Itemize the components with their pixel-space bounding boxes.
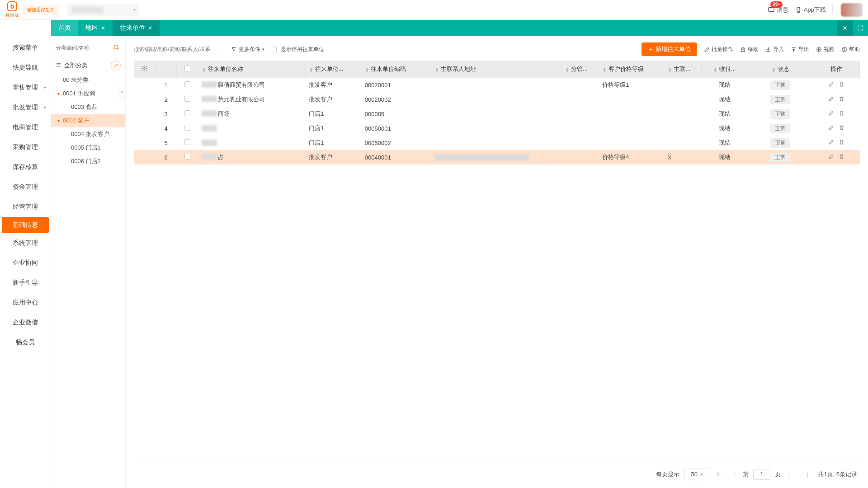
row-checkbox[interactable] (177, 136, 198, 150)
move-button[interactable]: 移动 (740, 46, 759, 53)
app-download-label: App下载 (804, 6, 826, 14)
cell-price: 价格等级1 (599, 78, 664, 92)
page-input[interactable] (753, 469, 770, 480)
search-input[interactable] (134, 43, 224, 55)
tree-search-input[interactable] (56, 42, 121, 54)
edit-tree-button[interactable] (111, 61, 121, 70)
edit-row-button[interactable] (828, 154, 834, 161)
delete-row-button[interactable] (839, 139, 844, 146)
sidebar-item-vip[interactable]: 畅会员 (0, 333, 51, 352)
col-contact[interactable]: ▲▼主联... (664, 61, 701, 78)
delete-row-button[interactable] (839, 125, 844, 132)
tab-region[interactable]: 地区✕ (78, 20, 113, 36)
search-icon[interactable] (113, 44, 120, 52)
col-code[interactable]: ▲▼往来单位编码 (361, 61, 431, 78)
tree-node-label: 0003 食品 (71, 103, 98, 111)
table-row[interactable]: 6占批发客户00040001价格等级4X现结正常 (134, 150, 860, 164)
col-payment[interactable]: ▲▼收付... (701, 61, 748, 78)
show-disabled-toggle[interactable]: 显示停用往来单位 (271, 46, 324, 53)
help-button[interactable]: 帮助 (841, 46, 860, 53)
tab-partner[interactable]: 往来单位✕ (113, 20, 160, 36)
sidebar-item-stock[interactable]: 库存核算 (0, 157, 51, 177)
app-download-button[interactable]: App下载 (795, 6, 826, 14)
sidebar-item-search[interactable]: 搜索菜单 (0, 38, 51, 58)
sidebar-item-label: 资金管理 (13, 183, 38, 191)
sidebar-item-finance[interactable]: 资金管理 (0, 177, 51, 197)
per-page-value: 50 (691, 471, 698, 478)
col-category[interactable]: ▲▼往来单位... (305, 61, 361, 78)
more-filters-button[interactable]: 更多条件 ▾ (231, 46, 264, 53)
edit-row-button[interactable] (828, 125, 834, 132)
avatar[interactable] (841, 3, 863, 17)
pagination-bar: 每页显示 50 ▾ K 〈 第 页 〉 〉| 共1页, 6条记录 (134, 464, 860, 484)
col-status[interactable]: ▲▼状态 (748, 61, 813, 78)
fullscreen-button[interactable] (853, 20, 868, 36)
col-manager[interactable]: ▲▼分管... (561, 61, 599, 78)
column-settings-button[interactable] (134, 61, 155, 78)
messages-button[interactable]: 99+ 消息 (768, 6, 788, 14)
tree-node[interactable]: 0006 门店2 (51, 155, 125, 168)
phone-icon (795, 6, 802, 14)
batch-button[interactable]: 批量操作 (703, 46, 733, 53)
tree-node[interactable]: ▾0002 客户 (51, 114, 125, 127)
tree-node[interactable]: 00 未分类 (51, 73, 125, 87)
org-switcher[interactable]: ▾ (67, 4, 139, 16)
col-address[interactable]: ▲▼主联系人地址 (431, 61, 561, 78)
edit-row-button[interactable] (828, 110, 834, 117)
delete-row-button[interactable] (839, 96, 844, 103)
row-checkbox[interactable] (177, 121, 198, 136)
sidebar-item-base[interactable]: 基础信息 (2, 217, 49, 233)
row-checkbox[interactable] (177, 78, 198, 92)
export-button[interactable]: 导出 (790, 46, 809, 53)
cell-code: 00050001 (361, 121, 431, 136)
sidebar-item-guide[interactable]: 新手引导 (0, 273, 51, 293)
sidebar-item-ecom[interactable]: 电商管理 (0, 117, 51, 137)
col-name[interactable]: ▲▼往来单位名称 (198, 61, 305, 78)
row-checkbox[interactable] (177, 92, 198, 107)
delete-row-button[interactable] (839, 81, 844, 89)
table-row[interactable]: 4门店100050001现结正常 (134, 121, 860, 136)
sidebar-item-retail[interactable]: 零售管理▾ (0, 78, 51, 98)
last-page-button[interactable]: 〉| (800, 469, 810, 479)
col-price-level[interactable]: ▲▼客户价格等级 (599, 61, 664, 78)
close-icon[interactable]: ✕ (101, 25, 105, 31)
import-button[interactable]: 导入 (765, 46, 784, 53)
table-row[interactable]: 3商场门店1000005现结正常 (134, 107, 860, 121)
edit-row-button[interactable] (828, 81, 834, 89)
tree-root[interactable]: 全部分类 (51, 59, 125, 73)
prev-page-button[interactable]: 〈 (728, 469, 738, 479)
tree-node[interactable]: ▾0001 供应商 (51, 87, 125, 100)
add-partner-button[interactable]: ＋ 新增往来单位 (642, 42, 697, 56)
sidebar-item-wx[interactable]: 企业微信 (0, 313, 51, 333)
tree-node[interactable]: 0005 门店1 (51, 141, 125, 155)
table-row[interactable]: 2慧元乳业有限公司批发客户00020002现结正常 (134, 92, 860, 107)
sidebar-item-biz[interactable]: 经营管理 (0, 197, 51, 217)
sidebar-item-apps[interactable]: 应用中心 (0, 293, 51, 313)
close-icon[interactable]: ✕ (148, 25, 152, 31)
tab-home[interactable]: 首页 (51, 20, 78, 36)
collapse-tree-button[interactable]: « (118, 85, 126, 98)
row-checkbox[interactable] (177, 107, 198, 121)
first-page-button[interactable]: K (714, 469, 724, 479)
delete-row-button[interactable] (839, 110, 844, 117)
delete-row-button[interactable] (839, 154, 844, 161)
sidebar-item-coop[interactable]: 企业协同 (0, 253, 51, 273)
sidebar-item-purchase[interactable]: 采购管理 (0, 137, 51, 157)
edit-row-button[interactable] (828, 139, 834, 146)
video-button[interactable]: 视频 (816, 46, 835, 53)
edit-row-button[interactable] (828, 96, 834, 103)
row-checkbox[interactable] (177, 150, 198, 164)
sidebar-item-sys[interactable]: 系统管理 (0, 233, 51, 253)
select-all-checkbox[interactable] (177, 61, 198, 78)
sidebar-item-wholesale[interactable]: 批发管理▾ (0, 98, 51, 117)
table-row[interactable]: 1膜倩商贸有限公司批发客户00020001价格等级1现结正常 (134, 78, 860, 92)
table-row[interactable]: 5门店100050002现结正常 (134, 136, 860, 150)
per-page-select[interactable]: 50 ▾ (684, 469, 709, 480)
tree-node[interactable]: 0003 食品 (51, 100, 125, 114)
close-all-tabs-button[interactable] (837, 20, 853, 36)
cell-code: 00020001 (361, 78, 431, 92)
cell-manager (561, 78, 599, 92)
tree-node[interactable]: 0004 批发客户 (51, 127, 125, 141)
next-page-button[interactable]: 〉 (785, 469, 795, 479)
sidebar-item-quick[interactable]: 快捷导航 (0, 58, 51, 78)
